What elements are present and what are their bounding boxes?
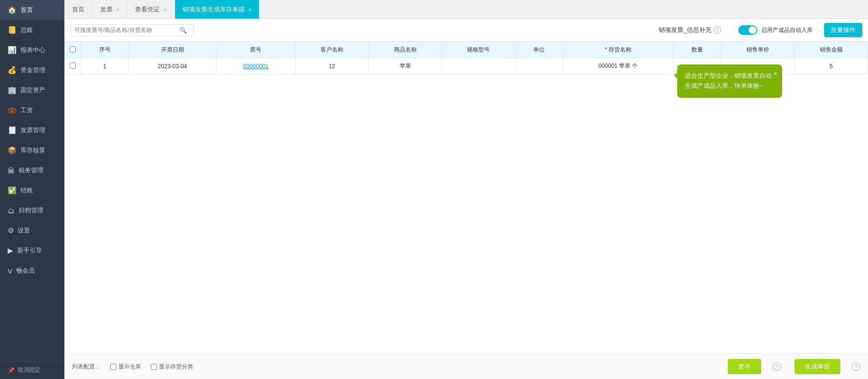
table-wrap: 序号 开票日期 票号 客户名称 商品名称 [64,42,868,354]
info-label: 销项发票_信息补充 ? [659,26,721,34]
settings-icon: ⚙ [8,226,14,235]
sidebar-item-label: 结账 [21,186,33,195]
tab-invoice-label: 发票 [100,5,113,14]
sidebar-item-funds[interactable]: 💰 资金管理 [0,60,64,80]
row-checkbox[interactable] [70,63,76,69]
batch-button[interactable]: 批量操作 [824,23,862,37]
sidebar-item-label: 报表中心 [21,46,45,54]
col-ticket-no: 票号 [216,42,295,58]
toggle-area: 启用产成品自动入库 [738,25,813,35]
sidebar-item-ledger[interactable]: 📒 总账 [0,20,64,40]
tab-home[interactable]: 首页 [64,0,93,19]
show-warehouse-checkbox[interactable] [110,364,116,370]
sidebar-item-salary[interactable]: 💼 工资 [0,100,64,120]
sidebar-item-guide[interactable]: ▶ 新手引导 [0,241,64,261]
sidebar-item-reports[interactable]: 📊 报表中心 [0,40,64,60]
tooltip-text: 适合生产型企业，销项发票自动生成产成品入库，快来体验~ [685,72,772,89]
sidebar-item-invoice-mgmt[interactable]: 🧾 发票管理 [0,120,64,140]
tooltip-popup: × 适合生产型企业，销项发票自动生成产成品入库，快来体验~ [677,64,782,98]
generate-button[interactable]: 生成单据 [795,359,840,374]
toolbar: 🔍 销项发票_信息补充 ? 启用产成品自动入库 批量操作 [64,19,868,42]
sidebar-bottom: 📌 取消固定 [0,361,64,379]
pin-icon: 📌 [8,367,15,374]
info-help-icon[interactable]: ? [713,26,721,34]
tab-home-label: 首页 [72,5,84,14]
sidebar-item-settings[interactable]: ⚙ 设置 [0,221,64,241]
sidebar-item-label: 归档管理 [19,206,43,215]
show-warehouse-check[interactable]: 显示仓库 [110,363,141,371]
archive-icon: 🗂 [8,207,15,215]
tab-bar: 首页 发票 × 查看凭证 × 销项发票生成库存单据 × [64,0,868,19]
cell-amount: 5 [795,58,868,74]
info-label-text: 销项发票_信息补充 [659,26,712,34]
tab-cancel-invoice-close[interactable]: × [248,7,251,12]
tax-icon: 🏛 [8,167,15,175]
salary-icon: 💼 [8,106,17,115]
sidebar-item-tax[interactable]: 🏛 税务管理 [0,160,64,180]
ledger-icon: 📒 [8,26,17,34]
save-help-icon[interactable]: ? [773,362,781,371]
sidebar-item-label: 资金管理 [21,66,45,74]
cell-ticket-no[interactable]: 00000001 [216,58,295,74]
search-input[interactable] [74,27,179,33]
tooltip-close-button[interactable]: × [774,68,777,79]
sidebar-item-label: 固定资产 [21,86,45,95]
settle-icon: ✅ [8,186,17,195]
show-category-label: 显示存货分类 [159,363,193,371]
save-button[interactable]: 暂存 [728,359,761,374]
sidebar-item-label: 工资 [21,106,33,115]
cell-customer: 12 [295,58,369,74]
sidebar-item-inventory[interactable]: 📦 库存核算 [0,140,64,160]
tab-cancel-invoice[interactable]: 销项发票生成库存单据 × [175,0,259,19]
col-date: 开票日期 [129,42,217,58]
auto-warehouse-toggle[interactable] [738,25,757,35]
tooltip-pointer [674,72,678,79]
reports-icon: 📊 [8,46,17,54]
col-customer: 客户名称 [295,42,369,58]
inventory-icon: 📦 [8,146,17,155]
sidebar-item-vip[interactable]: V 畅会员 [0,261,64,281]
footer: 列表配置： 显示仓库 显示存货分类 暂存 ? 生成单据 ? [64,354,868,379]
tab-invoice-close[interactable]: × [116,7,119,12]
col-unit: 单位 [515,42,563,58]
tab-invoice[interactable]: 发票 × [93,0,127,19]
funds-icon: 💰 [8,66,17,74]
tab-voucher-close[interactable]: × [164,7,166,12]
col-inventory-name: * 存货名称 [563,42,673,58]
tab-voucher[interactable]: 查看凭证 × [127,0,175,19]
search-icon: 🔍 [179,27,187,34]
cell-unit [515,58,563,74]
search-box[interactable]: 🔍 [70,24,194,36]
vip-icon: V [8,267,12,275]
sidebar-item-label: 设置 [18,226,30,235]
main-area: 首页 发票 × 查看凭证 × 销项发票生成库存单据 × 🔍 销项发票_信息补充 … [64,0,868,379]
content-area: 🔍 销项发票_信息补充 ? 启用产成品自动入库 批量操作 [64,19,868,379]
sidebar-item-label: 总账 [21,26,33,34]
tab-cancel-invoice-label: 销项发票生成库存单据 [183,5,245,14]
row-checkbox-cell [65,58,81,74]
pin-toggle[interactable]: 📌 取消固定 [0,361,64,379]
sidebar-item-label: 税务管理 [19,166,43,175]
select-all-checkbox[interactable] [70,46,76,53]
col-qty: 数量 [673,42,721,58]
col-price: 销售单价 [721,42,795,58]
col-seq: 序号 [81,42,129,58]
sidebar-item-settle[interactable]: ✅ 结账 [0,180,64,200]
col-checkbox [65,42,81,58]
home-icon: 🏠 [8,6,17,14]
list-config-label: 列表配置： [72,363,101,371]
generate-help-icon[interactable]: ? [852,362,860,371]
tab-voucher-label: 查看凭证 [135,5,160,14]
col-amount: 销售金额 [795,42,868,58]
show-category-checkbox[interactable] [151,364,157,370]
sidebar-item-archive[interactable]: 🗂 归档管理 [0,200,64,221]
sidebar-item-home[interactable]: 🏠 首页 [0,0,64,20]
sidebar-item-label: 发票管理 [21,126,45,135]
col-model: 规格型号 [442,42,516,58]
cell-product-name: 苹果 [369,58,442,74]
sidebar-item-fixed-assets[interactable]: 🏢 固定资产 [0,80,64,100]
guide-icon: ▶ [8,246,13,255]
table-header-row: 序号 开票日期 票号 客户名称 商品名称 [65,42,868,58]
sidebar-item-label: 库存核算 [21,146,45,155]
show-category-check[interactable]: 显示存货分类 [151,363,193,371]
